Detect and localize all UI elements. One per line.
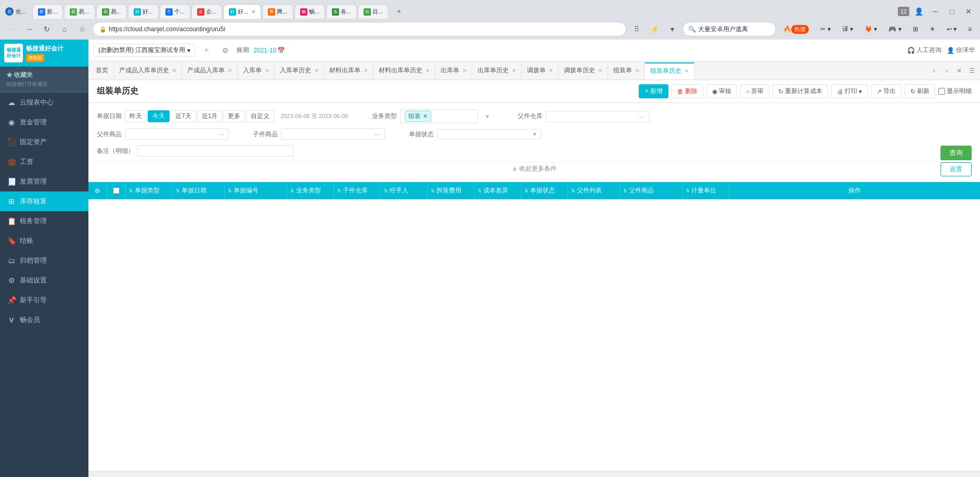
th-checkbox[interactable]	[107, 183, 126, 198]
sidebar-item-member[interactable]: V 畅会员	[0, 310, 88, 330]
th-child-warehouse[interactable]: ⇅ 子件仓库	[334, 182, 381, 199]
select-all-checkbox[interactable]	[113, 187, 120, 194]
sidebar-item-invoice[interactable]: 🧾 发票管理	[0, 172, 88, 191]
maximize-btn[interactable]: □	[945, 4, 959, 19]
scrollbar-area[interactable]	[88, 471, 980, 477]
sidebar-item-inventory[interactable]: ⊞ 库存核算	[0, 191, 88, 211]
translate-btn[interactable]: 译 ▾	[838, 22, 857, 36]
parent-goods-more-icon[interactable]: ···	[218, 130, 224, 138]
filter-btn-today[interactable]: 今天	[148, 110, 170, 122]
browser-tab-0[interactable]: 在 在...	[0, 4, 31, 19]
filter-btn-1month[interactable]: 近1月	[197, 110, 223, 122]
collapse-bar[interactable]: ∧ 收起更多条件	[97, 162, 972, 175]
th-parent-list[interactable]: ⇅ 父件列表	[568, 182, 620, 199]
th-handler[interactable]: ⇅ 经手人	[381, 182, 428, 199]
browser-tab-9[interactable]: 畅 畅...	[294, 4, 325, 19]
browser-tab-5[interactable]: 个 个...	[160, 4, 190, 19]
print-btn[interactable]: 🖨 打印 ▾	[831, 84, 868, 98]
user-profile[interactable]: 👤 徐泽华	[947, 46, 975, 55]
biz-type-dropdown-btn[interactable]: ▾	[481, 113, 494, 120]
page-tab-transfer[interactable]: 调拨单 ✕	[522, 62, 559, 79]
tab-more-btn[interactable]: ☰	[965, 65, 978, 77]
filter-btn-more[interactable]: 更多	[223, 110, 245, 122]
close-btn[interactable]: ✕	[961, 4, 976, 19]
back-btn[interactable]: ←	[4, 22, 19, 36]
close-tab-mat-out[interactable]: ✕	[364, 68, 368, 73]
delete-btn[interactable]: 🗑 删除	[672, 84, 703, 98]
browser-tab-4[interactable]: 好 好...	[128, 4, 159, 19]
filter-parent-goods-input[interactable]: ···	[125, 128, 229, 140]
filter-btn-custom[interactable]: 自定义	[246, 110, 274, 122]
page-tab-in-history[interactable]: 入库单历史 ✕	[275, 62, 324, 79]
tab-scroll-left-btn[interactable]: ‹	[928, 65, 940, 77]
child-goods-more-icon[interactable]: ···	[374, 130, 380, 138]
filter-biz-type-input[interactable]: 组装 ✕	[400, 109, 478, 123]
unapprove-btn[interactable]: ○ 弃审	[740, 84, 769, 98]
tab-count-badge[interactable]: 12	[898, 7, 909, 16]
close-tab-assemble[interactable]: ✕	[635, 68, 639, 73]
forward-btn[interactable]: →	[22, 22, 36, 36]
settings-filter-btn[interactable]: 设置	[940, 162, 972, 176]
th-unit[interactable]: ⇅ 计量单位	[682, 182, 729, 199]
close-tab-out-history[interactable]: ✕	[512, 68, 516, 73]
new-tab-btn[interactable]: ＋	[392, 4, 406, 19]
apps-btn[interactable]: ⠿	[629, 22, 644, 36]
sidebar-item-settings[interactable]: ⚙ 基础设置	[0, 270, 88, 290]
browser-tab-3[interactable]: 易 易...	[96, 4, 127, 19]
dropdown-btn[interactable]: ▾	[665, 22, 679, 36]
filter-btn-7days[interactable]: 近7天	[171, 110, 196, 122]
grid-btn[interactable]: ⊞	[909, 22, 922, 36]
favorites-open-link[interactable]: 快捷键打开收藏夹	[6, 81, 82, 88]
page-tab-out-order[interactable]: 出库单 ✕	[435, 62, 472, 79]
sidebar-item-archive[interactable]: 🗂 归档管理	[0, 251, 88, 270]
tab-close-7[interactable]: ✕	[251, 9, 255, 15]
browser-tab-2[interactable]: 易 易...	[64, 4, 95, 19]
th-bill-date[interactable]: ⇅ 单据日期	[173, 182, 225, 199]
company-settings-btn[interactable]: ⚙	[218, 43, 233, 58]
page-tab-mat-out-history[interactable]: 材料出库单历史 ✕	[373, 62, 435, 79]
url-bar[interactable]: 🔒 https://cloud.chanjet.com/accounting/u…	[93, 22, 626, 36]
page-tab-home[interactable]: 首页	[91, 62, 114, 79]
browser-tab-11[interactable]: 目 目...	[358, 4, 389, 19]
th-cost-diff[interactable]: ⇅ 成本差异	[474, 182, 521, 199]
page-tab-prod-in[interactable]: 产成品入库单 ✕	[182, 62, 238, 79]
show-detail-toggle[interactable]: 显示明细	[938, 87, 972, 96]
th-parent-goods[interactable]: ⇅ 父件商品	[620, 182, 682, 199]
home-btn[interactable]: ⌂	[57, 22, 72, 36]
sidebar-item-cloud-report[interactable]: ☁ 云报表中心	[0, 93, 88, 112]
show-detail-checkbox[interactable]	[938, 88, 945, 95]
brightness-btn[interactable]: ☀	[925, 22, 939, 36]
th-bill-status[interactable]: ⇅ 单据状态	[521, 182, 568, 199]
th-biz-type[interactable]: ⇅ 业务类型	[287, 182, 334, 199]
extension-btn[interactable]: 🦊 ▾	[860, 22, 881, 36]
refresh-browser-btn[interactable]: ↻	[40, 22, 54, 36]
close-tab-prod-in[interactable]: ✕	[228, 68, 232, 73]
sidebar-item-guide[interactable]: 📌 新手引导	[0, 290, 88, 310]
page-tab-in-order[interactable]: 入库单 ✕	[238, 62, 275, 79]
menu-btn[interactable]: ≡	[964, 22, 976, 36]
page-tab-mat-out[interactable]: 材料出库单 ✕	[324, 62, 373, 79]
th-settings[interactable]: ⚙	[88, 183, 107, 199]
close-tab-out-order[interactable]: ✕	[462, 68, 467, 73]
hot-search-btn[interactable]: 🔥 热搜	[779, 22, 813, 36]
page-tab-transfer-history[interactable]: 调拨单历史 ✕	[559, 62, 608, 79]
close-tab-transfer[interactable]: ✕	[549, 68, 553, 73]
approve-btn[interactable]: ◉ 审核	[706, 84, 737, 98]
company-selector[interactable]: (勿删勿禁用) 江西服宝测试专用 ▾	[94, 44, 195, 57]
refresh-btn[interactable]: ↻ 刷新	[905, 84, 935, 98]
minimize-btn[interactable]: ─	[928, 4, 943, 19]
tab-close-all-btn[interactable]: ✕	[953, 65, 965, 77]
filter-order-status-select[interactable]: ▾	[437, 129, 541, 139]
th-bill-no[interactable]: ⇅ 单据编号	[225, 182, 287, 199]
browser-tab-1[interactable]: 新 新...	[32, 4, 63, 19]
lightning-btn[interactable]: ⚡	[647, 22, 662, 36]
browser-tab-7[interactable]: 好 好... ✕	[223, 4, 261, 19]
th-bill-type[interactable]: ⇅ 单据类型	[126, 182, 173, 199]
filter-btn-yesterday[interactable]: 昨天	[125, 110, 147, 122]
browser-tab-8[interactable]: 腾 腾...	[262, 4, 293, 19]
filter-child-goods-input[interactable]: ···	[281, 128, 385, 140]
sidebar-item-settlement[interactable]: 🔖 结账	[0, 231, 88, 251]
sidebar-item-fund[interactable]: ◉ 资金管理	[0, 112, 88, 132]
tab-scroll-right-btn[interactable]: ›	[940, 65, 953, 77]
filter-note-input[interactable]	[137, 145, 293, 157]
